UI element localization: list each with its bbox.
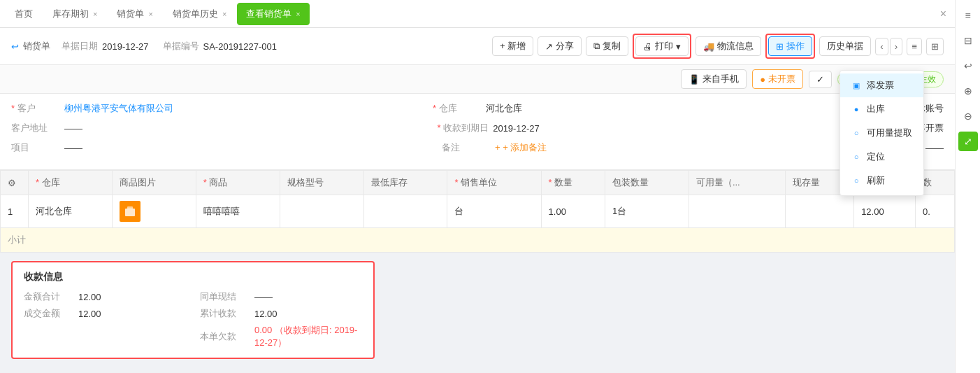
tab-sales-order[interactable]: 销货单 × [108,3,161,25]
tab-bar: 首页 库存期初 × 销货单 × 销货单历史 × 查看销货单 × × [0,0,955,28]
form-section: 客户 柳州粤港平安气体有限公司 仓库 河北仓库 业务员 演示账号 客户地址 —— [0,94,955,170]
dropdown-item-location[interactable]: ○ 定位 [840,145,923,169]
tab-inventory-init[interactable]: 库存期初 × [43,3,106,25]
sidebar-icon-4[interactable]: ⊕ [958,81,978,101]
location-icon: ○ [851,152,861,162]
from-phone-button[interactable]: 📱 来自手机 [681,69,747,89]
copy-button[interactable]: ⧉ 复制 [586,36,628,56]
table-section: ⚙ 仓库 商品图片 商品 规格型号 最低库存 销售单位 数量 包装数量 可用量（… [0,170,955,253]
dropdown-item-add-invoice[interactable]: ▣ 添发票 [840,73,923,97]
check-icon-btn[interactable]: ✓ [809,71,832,88]
sidebar-icon-1[interactable]: ≡ [958,6,978,25]
sidebar-icon-3[interactable]: ↩ [958,56,978,76]
svg-rect-1 [127,206,133,209]
doc-date-field: 单据日期 2019-12-27 [62,40,149,52]
col-product: 商品 [196,171,280,195]
subtotal-row: 小计 [1,228,955,253]
view-toggle-grid[interactable]: ⊞ [926,38,944,55]
project-label: 项目 [11,141,60,154]
add-note-btn[interactable]: + + 添加备注 [495,141,547,154]
nav-next[interactable]: › [890,38,902,55]
cumulative-label: 累计收款 [200,307,249,320]
row-warehouse: 河北仓库 [29,195,113,228]
tab-sales-close[interactable]: × [148,10,152,18]
window-close-btn[interactable]: × [937,5,949,23]
sidebar-expand-icon[interactable]: ⤢ [958,132,978,151]
row-current-stock [785,195,854,228]
operation-highlight-box: ⊞ 操作 [765,34,815,59]
col-pkg-qty: 包装数量 [605,171,689,195]
warehouse-field: 仓库 河北仓库 [433,102,854,115]
project-value: —— [64,143,82,153]
customer-value[interactable]: 柳州粤港平安气体有限公司 [64,102,173,115]
new-button[interactable]: + 新增 [492,36,533,56]
phone-icon: 📱 [689,74,700,85]
print-button[interactable]: 🖨 打印 ▾ [635,36,689,56]
sidebar-icon-5[interactable]: ⊖ [958,106,978,126]
same-order-value: —— [254,292,273,302]
col-product-img: 商品图片 [112,171,196,195]
outbound-label: 出库 [867,103,885,115]
logistics-button[interactable]: 🚚 物流信息 [696,36,761,56]
add-invoice-icon: ▣ [851,80,861,90]
dropdown-item-refresh[interactable]: ○ 刷新 [840,169,923,192]
transaction-amount-item: 成交金额 12.00 [24,307,186,320]
available-qty-label: 可用量提取 [867,127,912,139]
same-order-label: 同单现结 [200,290,249,303]
project-field: 项目 —— [11,141,442,154]
tab-sales-label: 销货单 [117,8,144,20]
dropdown-item-available-qty[interactable]: ○ 可用量提取 [840,121,923,145]
subtotal-label: 小计 [1,228,955,253]
col-quantity: 数量 [541,171,605,195]
outstanding-label: 本单欠款 [200,330,249,343]
share-button[interactable]: ↗ 分享 [538,36,582,56]
nav-arrows: ‹ › [875,38,902,55]
total-amount-value: 12.00 [78,292,101,302]
doc-meta: 单据日期 2019-12-27 单据编号 SA-20191227-001 [62,40,481,52]
same-order-item: 同单现结 —— [200,290,362,303]
row-product-img [112,195,196,228]
row-product: 嘻嘻嘻嘻 [196,195,280,228]
col-available: 可用量（... [689,171,785,195]
history-button[interactable]: 历史单据 [819,36,871,56]
address-value: —— [64,123,82,134]
settings-icon[interactable]: ⚙ [8,178,16,188]
print-highlight-box: 🖨 打印 ▾ [633,34,691,59]
total-amount-label: 金额合计 [24,290,73,303]
dropdown-item-outbound[interactable]: ● 出库 [840,97,923,121]
right-sidebar: ≡ ⊟ ↩ ⊕ ⊖ ⤢ [955,0,980,367]
doc-type-icon: ↩ [11,41,19,52]
tab-view-sales[interactable]: 查看销货单 × [237,3,309,25]
total-amount-item: 金额合计 12.00 [24,290,186,303]
operation-dropdown: ▣ 添发票 ● 出库 ○ 可用量提取 ○ 定位 ○ 刷新 [840,70,924,196]
tab-inventory-label: 库存期初 [52,8,89,20]
transaction-amount-label: 成交金额 [24,307,73,320]
note-label: 备注 [442,141,491,154]
copy-icon: ⧉ [593,41,600,52]
nav-prev[interactable]: ‹ [875,38,888,55]
row-spec [280,195,363,228]
refresh-label: 刷新 [867,174,885,187]
row-index: 1 [1,195,29,228]
row-amount: 0. [916,195,955,228]
svg-rect-0 [125,209,135,216]
tab-inventory-close[interactable]: × [93,10,97,18]
operation-button[interactable]: ⊞ 操作 [768,36,812,56]
form-row-2: 客户地址 —— 收款到期日 2019-12-27 票据类型 不开票 [11,122,944,134]
product-table: ⚙ 仓库 商品图片 商品 规格型号 最低库存 销售单位 数量 包装数量 可用量（… [0,170,955,253]
row-quantity: 1.00 [541,195,605,228]
doc-date-value: 2019-12-27 [102,41,149,52]
refresh-icon: ○ [851,176,861,185]
doc-type: ↩ 销货单 [11,40,50,52]
row-unit: 台 [447,195,541,228]
doc-number-value: SA-20191227-001 [203,41,278,52]
view-toggle-list[interactable]: ≡ [907,38,922,55]
address-label: 客户地址 [11,122,60,134]
tab-history-close[interactable]: × [222,10,226,18]
tab-home[interactable]: 首页 [6,3,42,25]
sidebar-icon-2[interactable]: ⊟ [958,31,978,50]
tab-view-close[interactable]: × [296,10,300,18]
not-opened-button[interactable]: ● 未开票 [752,69,803,89]
tab-sales-history[interactable]: 销货单历史 × [164,3,236,25]
doc-number-label: 单据编号 [163,40,199,52]
